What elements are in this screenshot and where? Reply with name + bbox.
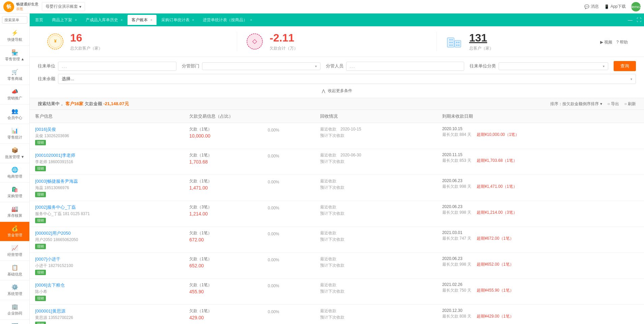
debt-amount[interactable]: 1,471.00 [189, 185, 257, 190]
person-filter-input[interactable]: ... [346, 62, 465, 71]
svg-rect-16 [458, 45, 459, 46]
message-button[interactable]: 💬 消息 [584, 4, 599, 9]
customer-name-link[interactable]: [0003]畅捷服务尹海蕊 [35, 178, 178, 184]
debt-amount[interactable]: 455.90 [189, 289, 257, 294]
sidebar-item-retail-stats[interactable]: 📊 零售统计 [0, 124, 29, 144]
sidebar-item-purchase[interactable]: 🛍️ 采购管理 [0, 183, 29, 202]
recovery-next: 预计下次收款 [320, 315, 431, 320]
sidebar-item-ecommerce[interactable]: 🌐 电商管理 [0, 163, 29, 183]
sidebar-item-new-guide[interactable]: 🆕 新手引导 [0, 320, 29, 324]
sidebar-item-system[interactable]: ⚙️ 系统管理 [0, 281, 29, 300]
app-download-button[interactable]: 📱 App下载 [604, 4, 626, 9]
sidebar-item-member[interactable]: 👥 会员中心 [0, 105, 29, 124]
stat-debt-total: ◇ -2.11 欠款合计（万） [237, 32, 437, 51]
sort-select[interactable]: 排序：按欠款金额倒序排序 ▾ [550, 101, 602, 107]
tab-inventory-stats-close[interactable]: × [250, 18, 252, 22]
sidebar-item-retail-store[interactable]: 🛒 零售商城 [0, 65, 29, 85]
customer-filter-input[interactable]: ... [58, 62, 176, 71]
sidebar-item-enterprise[interactable]: 🏢 企业协同 [0, 300, 29, 320]
overdue-link[interactable]: 超期¥1,471.00（1笔） [477, 184, 517, 189]
svg-rect-10 [451, 42, 453, 43]
cell-recovery: 最近收款 预计下次收款 [315, 279, 437, 305]
customer-name-link[interactable]: [0006]去下粮仓 [35, 282, 178, 288]
debt-amount[interactable]: 652.00 [189, 263, 257, 268]
customer-sub: 用户2050 18665062050 [35, 237, 178, 243]
overdue-link[interactable]: 超期¥1,703.68（1笔） [477, 158, 517, 163]
customer-name-link[interactable]: [000002]用户2050 [35, 230, 178, 236]
classify-filter-select[interactable]: ▾ [499, 62, 608, 70]
debt-amount[interactable]: 672.00 [189, 237, 257, 242]
tab-purchase-order-close[interactable]: × [192, 18, 194, 22]
debt-amount[interactable]: 429.00 [189, 315, 257, 320]
tab-maximize-icon[interactable]: ⛶ [635, 16, 643, 24]
sidebar-item-finance[interactable]: 💰 资金管理 [0, 222, 29, 241]
tab-purchase-order[interactable]: 采购订单统计表 × [157, 15, 198, 25]
export-button[interactable]: ○ 导出 [608, 101, 619, 107]
overdue-link[interactable]: 超期¥429.00（1笔） [477, 314, 514, 319]
collapse-row[interactable]: ⋀ 收起更多条件 [38, 87, 636, 95]
retail-store-icon: 🛒 [11, 69, 18, 75]
search-button[interactable]: 查询 [614, 61, 636, 71]
cell-customer-info: [0016]吴俊 吴俊 13026203696 现销 [30, 123, 184, 149]
balance-option: 选择... [62, 76, 74, 82]
customer-name-link[interactable]: [0001020001]李老师 [35, 152, 178, 158]
stat-debt-total-info: -2.11 欠款合计（万） [270, 32, 298, 51]
tab-home[interactable]: 首页 [31, 15, 47, 25]
cell-recovery: 最近收款 2020-10-15 预计下次收款 [315, 123, 437, 149]
overdue-link[interactable]: 超期¥1,214.00（3笔） [477, 210, 517, 215]
tab-customer-account-close[interactable]: × [150, 18, 152, 22]
stats-bar: ¥ 16 总欠款客户（家） ◇ [30, 26, 644, 57]
overdue-link[interactable]: 超期¥652.00（1笔） [477, 262, 514, 267]
due-date: 2020.11.15 [442, 152, 639, 157]
customer-name-link[interactable]: [000001]黄思源 [35, 308, 178, 314]
debt-amount[interactable]: 1,703.68 [189, 159, 257, 165]
tab-production[interactable]: 产成品入库单历史 × [82, 15, 127, 25]
tab-production-close[interactable]: × [121, 18, 123, 22]
view-btn[interactable]: ▶ 视频 [600, 39, 612, 45]
overdue-days: 最长欠款 998 天 超期¥1,471.00（1笔） [442, 184, 639, 189]
sidebar-item-basic-info[interactable]: 📋 基础信息 [0, 261, 29, 281]
customer-tag: 现销 [35, 218, 46, 223]
search-input[interactable] [2, 16, 27, 24]
customer-filter-label: 往来单位 [38, 63, 55, 69]
cell-percent: 0.00% [262, 123, 315, 149]
debt-amount[interactable]: 1,214.00 [189, 211, 257, 216]
filter-area: 往来单位 ... 分管部门 ▾ 分管人员 [30, 57, 644, 98]
tab-purchase-order-label: 采购订单统计表 [161, 17, 190, 23]
sidebar-item-quick-nav[interactable]: ⚡ 快捷导航 [0, 26, 29, 46]
tab-minimize-icon[interactable]: — [626, 16, 634, 24]
customer-name-link[interactable]: [0007]小进干 [35, 256, 178, 262]
help-btn[interactable]: ? 帮助 [616, 39, 628, 45]
logo-name: 畅捷通好生意 [16, 2, 38, 6]
customer-filter-dots: ... [62, 64, 67, 69]
tab-inventory-stats[interactable]: 进货单统计表（按商品） × [199, 15, 256, 25]
dept-filter-select[interactable]: ▾ [202, 62, 320, 70]
debt-amount[interactable]: 10,000.00 [189, 133, 257, 139]
cell-recovery: 最近收款 预计下次收款 [315, 175, 437, 201]
sidebar-item-marketing[interactable]: 📣 营销推广 [0, 85, 29, 105]
col-due-date: 到期未收款日期 [437, 110, 644, 123]
stat-total-customers: 131 总客户（家） ▶ 视频 ? 帮助 [437, 32, 636, 51]
store-selector[interactable]: 母婴行业演示账套 ▾ [42, 2, 85, 11]
balance-filter-select[interactable]: 选择... ▾ [58, 74, 636, 84]
video-icon: ▶ [600, 40, 603, 45]
tab-products[interactable]: 商品上下架 × [48, 15, 81, 25]
sidebar-item-retail-mgmt[interactable]: 🏪 零售管理 ▲ [0, 46, 29, 65]
debt-info-text: 欠款（1笔） [189, 152, 257, 158]
customer-name-link[interactable]: [0016]吴俊 [35, 126, 178, 132]
tab-products-close[interactable]: × [75, 18, 77, 22]
cell-debt-info: 欠款（1笔） 429.00 [184, 305, 262, 324]
sidebar-item-inventory[interactable]: 🏭 库存核算 [0, 202, 29, 222]
tab-customer-account[interactable]: 客户账本 × [128, 15, 157, 25]
debt-customers-icon: ¥ [46, 32, 65, 51]
overdue-link[interactable]: 超期¥455.90（1笔） [477, 288, 514, 293]
sidebar-item-operation[interactable]: 📈 经营管理 [0, 241, 29, 261]
sidebar-item-batch-mgmt[interactable]: 📦 批发管理 ▼ [0, 144, 29, 163]
avatar[interactable]: demo2 [631, 2, 641, 11]
customer-name-link[interactable]: [0002]服务中心_丁磊 [35, 204, 178, 210]
recovery-label: 最近收款 [320, 308, 431, 314]
overdue-link[interactable]: 超期¥672.00（1笔） [477, 236, 514, 241]
table-container: 客户信息 欠款交易信息（占比） 回收情况 到期未收款日期 [0016]吴俊 吴俊… [30, 110, 644, 324]
overdue-link[interactable]: 超期¥10,000.00（1笔） [477, 132, 520, 137]
refresh-button[interactable]: ○ 刷新 [624, 101, 636, 107]
